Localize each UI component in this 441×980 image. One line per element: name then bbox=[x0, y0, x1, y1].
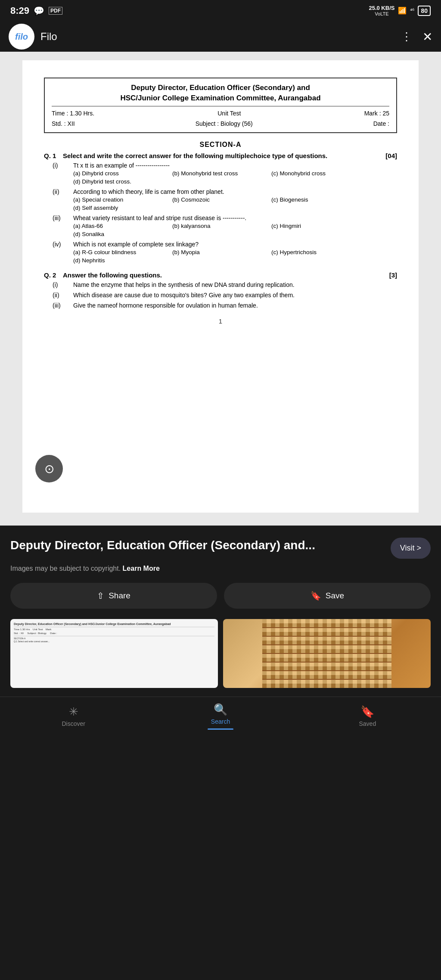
date-label: Date : bbox=[373, 120, 389, 127]
related-image-2[interactable] bbox=[223, 619, 431, 688]
q1-marks: [04] bbox=[385, 152, 397, 159]
lte-signal-icon: ⁴⁶ bbox=[410, 7, 414, 14]
document-area: Deputy Director, Education Officer (Seco… bbox=[0, 52, 441, 526]
sub-q-iii: (iii) Wheat variety resistant to leaf an… bbox=[53, 215, 397, 237]
search-icon: 🔍 bbox=[214, 703, 227, 716]
subject-label: Subject : Biology (56) bbox=[196, 120, 253, 127]
discover-label: Discover bbox=[62, 720, 85, 727]
mark-label: Mark : 25 bbox=[364, 110, 389, 117]
question-1-block: Q. 1 Select and write the correct answer… bbox=[44, 152, 397, 264]
network-speed: 25.0 KB/S VoLTE bbox=[369, 5, 394, 16]
q1-text: Select and write the correct answer for … bbox=[63, 152, 382, 159]
whatsapp-icon: 💬 bbox=[34, 6, 44, 16]
page-number: 1 bbox=[44, 317, 397, 325]
q2-marks: [3] bbox=[389, 271, 397, 279]
doc-info-row2: Std. : XII Subject : Biology (56) Date : bbox=[52, 120, 389, 127]
search-active-indicator bbox=[208, 728, 233, 730]
q1-sub-questions: (i) Tt x tt is an example of -----------… bbox=[44, 162, 397, 264]
related-images: Deputy Director, Education Officer (Seco… bbox=[10, 619, 431, 688]
q2-sub-questions: (i) Name the enzyme that helps in the sy… bbox=[44, 281, 397, 309]
close-icon[interactable]: ✕ bbox=[422, 30, 432, 44]
q2-text: Answer the following questions. bbox=[63, 271, 386, 279]
sub-q2-ii: (ii) Which disease are cause due to mosq… bbox=[53, 292, 397, 299]
doc-title-line1: Deputy Director, Education Officer (Seco… bbox=[52, 84, 389, 92]
info-panel: Deputy Director, Education Officer (Seco… bbox=[0, 526, 441, 697]
unit-test-label: Unit Test bbox=[217, 110, 241, 117]
nav-search[interactable]: 🔍 Search bbox=[147, 697, 294, 735]
question-2-block: Q. 2 Answer the following questions. [3]… bbox=[44, 271, 397, 309]
save-icon: 🔖 bbox=[311, 591, 321, 601]
sub-q-iv: (iv) Which is not example of complete se… bbox=[53, 241, 397, 264]
screenshot-button[interactable]: ⊙ bbox=[35, 455, 63, 482]
filo-logo: filo bbox=[9, 24, 34, 50]
saved-icon: 🔖 bbox=[360, 705, 374, 719]
doc-info-row: Time : 1.30 Hrs. Unit Test Mark : 25 bbox=[52, 106, 389, 117]
sub-q-ii: (ii) According to which theory, life is … bbox=[53, 188, 397, 211]
document-paper: Deputy Director, Education Officer (Seco… bbox=[22, 60, 419, 513]
pdf-icon: PDF bbox=[49, 7, 62, 15]
question-1-header: Q. 1 Select and write the correct answer… bbox=[44, 152, 397, 159]
info-top: Deputy Director, Education Officer (Seco… bbox=[10, 538, 431, 559]
nav-discover[interactable]: ✳ Discover bbox=[0, 697, 147, 735]
std-label: Std. : XII bbox=[52, 120, 75, 127]
status-time: 8:29 💬 PDF bbox=[10, 5, 62, 16]
info-title: Deputy Director, Education Officer (Seco… bbox=[10, 538, 384, 553]
sub-q2-iii: (iii) Give the nameof hormone responsibl… bbox=[53, 302, 397, 309]
q2-label: Q. 2 bbox=[44, 271, 59, 279]
saved-label: Saved bbox=[359, 720, 376, 727]
share-button[interactable]: ⇧ Share bbox=[10, 583, 217, 609]
battery-indicator: 80 bbox=[418, 6, 431, 16]
battery-level: 80 bbox=[421, 7, 428, 14]
sub-q-i: (i) Tt x tt is an example of -----------… bbox=[53, 162, 397, 185]
status-right: 25.0 KB/S VoLTE 📶 ⁴⁶ 80 bbox=[369, 5, 431, 16]
search-label: Search bbox=[211, 718, 230, 725]
more-options-icon[interactable]: ⋮ bbox=[401, 30, 412, 44]
bottom-nav: ✳ Discover 🔍 Search 🔖 Saved bbox=[0, 697, 441, 735]
app-header: filo Filo ⋮ ✕ bbox=[0, 22, 441, 52]
share-icon: ⇧ bbox=[97, 591, 104, 601]
signal-bars-icon: 📶 bbox=[398, 6, 407, 15]
header-actions: ⋮ ✕ bbox=[401, 30, 432, 44]
time-display: 8:29 bbox=[10, 5, 29, 16]
screenshot-icon: ⊙ bbox=[44, 462, 54, 476]
save-button[interactable]: 🔖 Save bbox=[224, 583, 431, 609]
doc-header-box: Deputy Director, Education Officer (Seco… bbox=[44, 78, 397, 133]
nav-saved[interactable]: 🔖 Saved bbox=[294, 697, 441, 735]
doc-title-line2: HSC/Junior College Examination Committee… bbox=[52, 94, 389, 103]
copyright-text: Images may be subject to copyright. Lear… bbox=[10, 565, 431, 572]
learn-more-link[interactable]: Learn More bbox=[123, 565, 160, 572]
app-name: Filo bbox=[40, 31, 395, 43]
visit-button[interactable]: Visit > bbox=[391, 538, 431, 559]
action-buttons: ⇧ Share 🔖 Save bbox=[10, 583, 431, 609]
section-a-title: SECTION-A bbox=[44, 141, 397, 149]
discover-icon: ✳ bbox=[69, 705, 78, 719]
logo-text: filo bbox=[15, 32, 28, 42]
question-2-header: Q. 2 Answer the following questions. [3] bbox=[44, 271, 397, 279]
sub-q2-i: (i) Name the enzyme that helps in the sy… bbox=[53, 281, 397, 288]
q1-label: Q. 1 bbox=[44, 152, 59, 159]
status-bar: 8:29 💬 PDF 25.0 KB/S VoLTE 📶 ⁴⁶ 80 bbox=[0, 0, 441, 22]
related-image-1[interactable]: Deputy Director, Education Officer (Seco… bbox=[10, 619, 218, 688]
time-label: Time : 1.30 Hrs. bbox=[52, 110, 94, 117]
